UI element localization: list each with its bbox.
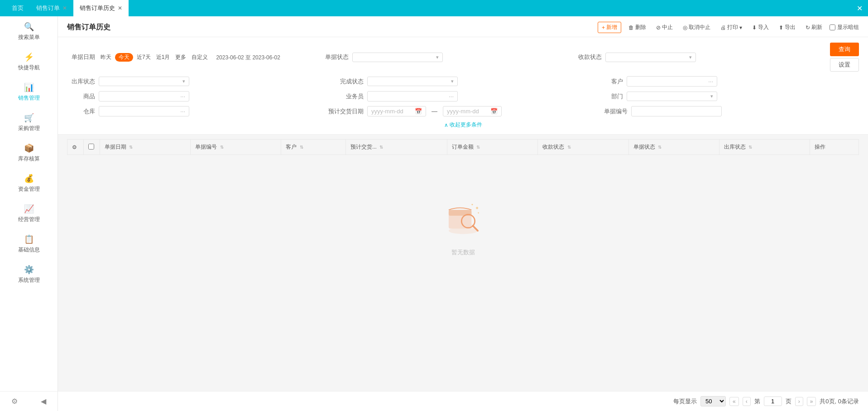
doc-number-input[interactable] <box>631 106 722 116</box>
warehouse-dots[interactable]: ··· <box>180 108 185 115</box>
col-customer: 客户 ⇅ <box>281 140 346 155</box>
sidebar-item-ops-mgmt-label: 经营管理 <box>18 216 40 223</box>
col-number-label: 单据编号 <box>195 144 217 150</box>
refresh-button[interactable]: ↻ 刷新 <box>803 22 825 33</box>
print-button[interactable]: 🖨 打印 ▾ <box>718 22 745 33</box>
date-btn-custom[interactable]: 自定义 <box>190 53 210 62</box>
tab-sales-order-history[interactable]: 销售订单历史 ✕ <box>73 0 129 16</box>
col-doc-status-label: 单据状态 <box>633 144 655 150</box>
collapse-button[interactable]: ∧ 收起更多条件 <box>444 121 482 129</box>
basic-info-icon: 📋 <box>24 234 34 244</box>
sidebar-item-ops-mgmt[interactable]: 📈 经营管理 <box>0 198 58 229</box>
delivery-date-from[interactable]: yyyy-mm-dd 📅 <box>367 106 426 116</box>
col-date-sort[interactable]: ⇅ <box>129 145 133 150</box>
current-page-input[interactable] <box>764 396 782 406</box>
display-cols-checkbox[interactable] <box>830 24 835 30</box>
col-delivery-date-sort[interactable]: ⇅ <box>379 145 383 150</box>
sidebar-item-quick-nav[interactable]: ⚡ 快捷导航 <box>0 47 58 77</box>
col-checkbox <box>84 140 100 155</box>
cancel-stop-button[interactable]: ◎ 取消中止 <box>680 22 713 33</box>
col-action-label: 操作 <box>815 144 825 150</box>
payment-status-select[interactable]: ▾ <box>605 53 696 62</box>
tab-sales-order[interactable]: 销售订单 ✕ <box>30 0 73 16</box>
export-icon: ⬆ <box>779 24 783 31</box>
sidebar-item-inventory-calc[interactable]: 📦 库存核算 <box>0 138 58 168</box>
collapse-section: ∧ 收起更多条件 <box>67 121 859 129</box>
filter-area: 单据日期 昨天 今天 近7天 近1月 更多 自定义 2023-06-02 至 2… <box>58 37 868 135</box>
sidebar-item-sales-mgmt-label: 销售管理 <box>18 94 40 102</box>
query-button[interactable]: 查询 <box>830 43 859 56</box>
empty-state: ✦ ✦ ✦ 暂无数据 <box>67 155 859 293</box>
settings-button[interactable]: 设置 <box>830 58 859 72</box>
col-number-sort[interactable]: ⇅ <box>220 145 224 150</box>
tab-sales-order-history-close[interactable]: ✕ <box>118 5 122 11</box>
new-button[interactable]: + 新增 <box>598 22 621 33</box>
sidebar-item-purchase-mgmt[interactable]: 🛒 采购管理 <box>0 107 58 138</box>
tab-sales-order-close[interactable]: ✕ <box>62 5 67 11</box>
doc-status-chevron: ▾ <box>436 54 439 60</box>
delete-button[interactable]: 🗑 删除 <box>626 22 649 33</box>
col-delivery-date-label: 预计交货... <box>350 144 377 150</box>
delivery-date-to[interactable]: yyyy-mm-dd 📅 <box>443 106 502 116</box>
sidebar-collapse-icon[interactable]: ◀ <box>41 397 46 406</box>
collapse-chevron-icon: ∧ <box>444 122 448 128</box>
col-payment-status: 收款状态 ⇅ <box>538 140 628 155</box>
delivery-status-label: 出库状态 <box>67 77 99 86</box>
doc-status-label: 单据状态 <box>316 53 352 61</box>
salesperson-dots[interactable]: ··· <box>449 93 454 100</box>
prev-page-button[interactable]: ‹ <box>743 397 751 406</box>
svg-text:✦: ✦ <box>470 203 473 207</box>
delete-label: 删除 <box>635 24 646 31</box>
page-word-suffix: 页 <box>786 397 791 406</box>
date-btn-today[interactable]: 今天 <box>115 53 133 62</box>
sidebar-item-search-menu[interactable]: 🔍 搜索菜单 <box>0 16 58 47</box>
col-payment-status-sort[interactable]: ⇅ <box>567 145 571 150</box>
print-dropdown-icon: ▾ <box>739 24 742 31</box>
sidebar-settings-icon[interactable]: ⚙ <box>11 397 18 406</box>
date-btn-yesterday[interactable]: 昨天 <box>99 53 113 62</box>
import-button[interactable]: ⬇ 导入 <box>749 22 772 33</box>
sidebar-item-fund-mgmt[interactable]: 💰 资金管理 <box>0 168 58 198</box>
col-settings-icon[interactable]: ⚙ <box>72 144 77 150</box>
first-page-button[interactable]: « <box>729 397 739 406</box>
next-page-button[interactable]: › <box>795 397 803 406</box>
import-icon: ⬇ <box>752 24 757 31</box>
refresh-label: 刷新 <box>811 24 822 31</box>
dept-select[interactable]: ▾ <box>627 92 717 101</box>
sidebar-item-sales-mgmt[interactable]: 📊 销售管理 <box>0 77 58 107</box>
window-close-icon[interactable]: ✕ <box>857 4 863 13</box>
doc-status-select[interactable]: ▾ <box>352 53 443 62</box>
salesperson-field: ··· <box>367 91 599 102</box>
sidebar-item-basic-info[interactable]: 📋 基础信息 <box>0 229 58 259</box>
sidebar-item-fund-mgmt-label: 资金管理 <box>18 185 40 193</box>
collapse-label: 收起更多条件 <box>450 121 482 129</box>
date-btn-more[interactable]: 更多 <box>173 53 188 62</box>
date-btn-7days[interactable]: 近7天 <box>135 53 153 62</box>
display-cols-toggle[interactable]: 显示暗组 <box>830 24 859 31</box>
filter-row-1: 单据日期 昨天 今天 近7天 近1月 更多 自定义 2023-06-02 至 2… <box>67 43 859 72</box>
col-delivery-status-sort[interactable]: ⇅ <box>748 145 752 150</box>
col-amount-sort[interactable]: ⇅ <box>476 145 480 150</box>
filter-row-3: 商品 ··· 业务员 ··· 部门 <box>67 91 859 102</box>
delivery-status-select[interactable]: ▾ <box>99 77 189 86</box>
sidebar-item-inventory-calc-label: 库存核算 <box>18 155 40 163</box>
customer-field: ··· <box>627 76 859 87</box>
page-size-select[interactable]: 50 10 20 100 <box>700 396 726 406</box>
export-button[interactable]: ⬆ 导出 <box>776 22 798 33</box>
sidebar-item-sys-mgmt[interactable]: ⚙️ 系统管理 <box>0 259 58 290</box>
sales-mgmt-icon: 📊 <box>24 82 34 92</box>
col-doc-status-sort[interactable]: ⇅ <box>658 145 662 150</box>
col-customer-sort[interactable]: ⇅ <box>300 145 303 150</box>
product-dots[interactable]: ··· <box>180 93 185 100</box>
select-all-checkbox[interactable] <box>88 144 94 150</box>
customer-dots[interactable]: ··· <box>708 78 713 85</box>
delivery-date-from-value: yyyy-mm-dd <box>371 108 403 115</box>
last-page-button[interactable]: » <box>807 397 816 406</box>
tab-home[interactable]: 首页 <box>5 0 30 16</box>
doc-date-field: 昨天 今天 近7天 近1月 更多 自定义 2023-06-02 至 2023-0… <box>99 53 316 62</box>
date-btn-1month[interactable]: 近1月 <box>154 53 172 62</box>
complete-status-select[interactable]: ▾ <box>367 77 458 86</box>
sidebar-item-purchase-mgmt-label: 采购管理 <box>18 125 40 132</box>
page-word-label: 第 <box>754 397 760 406</box>
stop-button[interactable]: ⊘ 中止 <box>653 22 676 33</box>
